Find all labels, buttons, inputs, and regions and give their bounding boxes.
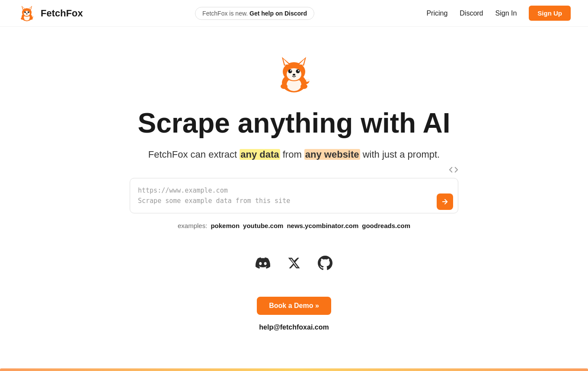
highlight-any-website: any website bbox=[304, 149, 360, 160]
brand-logo-area[interactable]: FetchFox bbox=[17, 4, 83, 23]
example-link-youtube[interactable]: youtube.com bbox=[243, 222, 283, 229]
examples-row: examples: pokemon youtube.com news.ycomb… bbox=[178, 222, 410, 229]
discord-link[interactable]: Discord bbox=[460, 10, 483, 17]
svg-point-12 bbox=[26, 13, 28, 14]
svg-point-13 bbox=[21, 17, 24, 20]
bottom-bar bbox=[0, 368, 588, 371]
code-icon[interactable] bbox=[449, 165, 458, 177]
github-icon[interactable] bbox=[317, 255, 333, 271]
svg-point-29 bbox=[293, 74, 295, 76]
header-nav: Pricing Discord Sign In Sign Up bbox=[426, 6, 571, 21]
svg-point-31 bbox=[300, 84, 307, 89]
svg-point-11 bbox=[29, 11, 29, 12]
hero-fox-icon bbox=[272, 53, 316, 96]
svg-point-25 bbox=[288, 70, 292, 73]
brand-name: FetchFox bbox=[41, 8, 83, 19]
svg-point-10 bbox=[25, 11, 26, 12]
twitter-icon[interactable] bbox=[286, 255, 302, 271]
pricing-link[interactable]: Pricing bbox=[426, 10, 447, 17]
svg-point-27 bbox=[290, 70, 291, 71]
signup-button[interactable]: Sign Up bbox=[529, 6, 571, 21]
svg-point-28 bbox=[298, 70, 299, 71]
header-banner: FetchFox is new. Get help on Discord bbox=[195, 7, 314, 20]
new-banner: FetchFox is new. Get help on Discord bbox=[195, 7, 314, 20]
submit-button[interactable] bbox=[437, 193, 453, 210]
example-link-ycombinator[interactable]: news.ycombinator.com bbox=[287, 222, 358, 229]
example-link-pokemon[interactable]: pokemon bbox=[211, 222, 240, 229]
examples-label: examples: bbox=[178, 222, 207, 229]
example-link-goodreads[interactable]: goodreads.com bbox=[362, 222, 410, 229]
svg-point-9 bbox=[28, 11, 29, 13]
help-email: help@fetchfoxai.com bbox=[259, 323, 329, 331]
hero-subtitle: FetchFox can extract any data from any w… bbox=[148, 147, 440, 162]
svg-point-30 bbox=[281, 84, 288, 89]
book-demo-button[interactable]: Book a Demo » bbox=[257, 297, 331, 315]
highlight-any-data: any data bbox=[240, 149, 280, 160]
scrape-textarea[interactable]: https://www.example.com Scrape some exam… bbox=[130, 178, 458, 213]
social-icons-row bbox=[255, 255, 333, 271]
scrape-input-container: https://www.example.com Scrape some exam… bbox=[130, 178, 458, 215]
svg-point-8 bbox=[24, 11, 26, 13]
fox-logo-icon bbox=[17, 4, 36, 23]
hero-title: Scrape anything with AI bbox=[137, 108, 450, 138]
svg-point-26 bbox=[296, 70, 300, 73]
signin-link[interactable]: Sign In bbox=[495, 10, 517, 17]
discord-icon[interactable] bbox=[255, 255, 271, 271]
